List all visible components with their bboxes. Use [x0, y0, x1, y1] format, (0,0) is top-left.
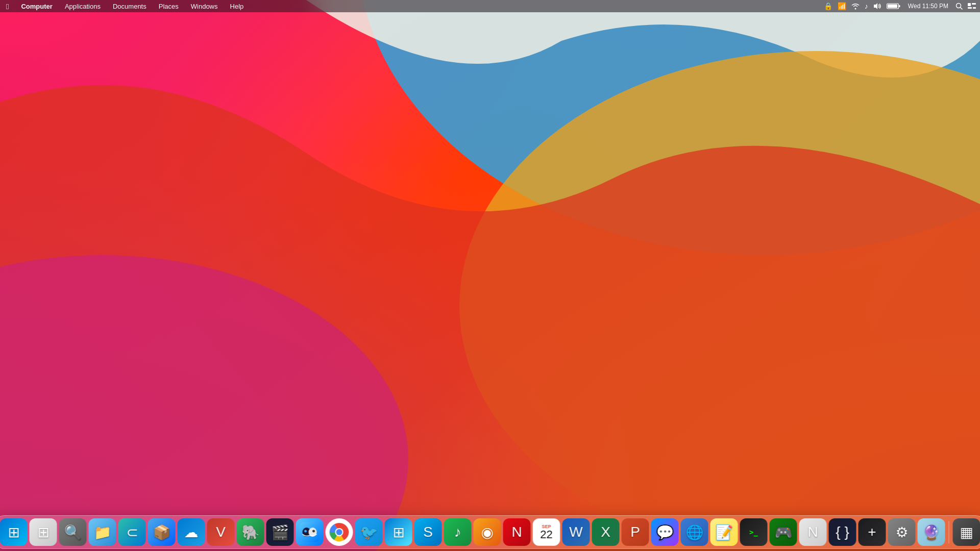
- dock-icon-chrome[interactable]: [326, 518, 353, 546]
- dock-icon-excel[interactable]: X: [592, 518, 620, 546]
- dock-separator: [949, 521, 949, 543]
- wifi-icon[interactable]: [851, 3, 860, 10]
- dock-icon-terminal[interactable]: >_: [740, 518, 768, 546]
- dock-icon-glass[interactable]: 🔮: [918, 518, 945, 546]
- wallpaper: [0, 0, 980, 551]
- dock-icon-evernote[interactable]: 🐘: [237, 518, 264, 546]
- dock-icon-files[interactable]: 📁: [89, 518, 116, 546]
- dock-icon-vividplayer[interactable]: V: [207, 518, 235, 546]
- dock-icon-notes[interactable]: 📝: [710, 518, 738, 546]
- dock-icon-msstore[interactable]: ⊞: [385, 518, 412, 546]
- svg-rect-12: [973, 7, 976, 9]
- control-center-icon[interactable]: [968, 3, 976, 10]
- menu-help[interactable]: Help: [228, 2, 246, 11]
- dock-icon-systemprefs[interactable]: ⚙: [888, 518, 916, 546]
- dock-icon-dropbox[interactable]: 📦: [148, 518, 176, 546]
- dock-icon-unknown[interactable]: ▦: [953, 518, 981, 546]
- volume-icon[interactable]: [873, 3, 881, 10]
- svg-point-17: [312, 530, 315, 533]
- search-icon[interactable]: [955, 3, 963, 10]
- dock-icon-claquette[interactable]: 🎬: [266, 518, 294, 546]
- menu-computer[interactable]: Computer: [19, 2, 54, 11]
- dock: ⊞⊞🔍📁⊂📦☁V🐘🎬 🐦⊞S♪◉N: [0, 515, 980, 549]
- dock-icon-spotify[interactable]: ♪: [444, 518, 472, 546]
- dock-icon-word[interactable]: W: [562, 518, 590, 546]
- dock-icon-messenger[interactable]: 💬: [651, 518, 679, 546]
- svg-rect-11: [968, 7, 972, 9]
- battery-icon[interactable]: [887, 3, 901, 10]
- dock-icon-spotlight[interactable]: 🔍: [59, 518, 87, 546]
- svg-point-20: [336, 529, 342, 535]
- dock-icon-newsbar[interactable]: N: [799, 518, 827, 546]
- dock-icon-edge[interactable]: ⊂: [118, 518, 146, 546]
- apple-menu[interactable]: : [4, 1, 11, 12]
- dock-icon-powerpoint[interactable]: P: [622, 518, 649, 546]
- dock-icon-onedrive[interactable]: ☁: [178, 518, 205, 546]
- dock-container: ⊞⊞🔍📁⊂📦☁V🐘🎬 🐦⊞S♪◉N: [0, 515, 980, 549]
- dock-icon-skype[interactable]: S: [414, 518, 442, 546]
- dock-icon-calculator[interactable]: +: [859, 518, 886, 546]
- music-icon[interactable]: ♪: [865, 2, 868, 10]
- svg-rect-5: [899, 5, 900, 7]
- datetime: Wed 11:50 PM: [906, 2, 950, 11]
- menubar:  Computer Applications Documents Places…: [0, 0, 980, 12]
- dock-icon-calendar[interactable]: SEP 22: [533, 518, 560, 546]
- svg-line-8: [961, 8, 963, 10]
- svg-rect-6: [888, 5, 897, 8]
- menubar-right: 🔒 📶 ♪ Wed 11:50 PM: [824, 2, 976, 11]
- dock-icon-browser2[interactable]: 🌐: [681, 518, 708, 546]
- menu-documents[interactable]: Documents: [111, 2, 149, 11]
- svg-marker-3: [874, 3, 877, 9]
- dock-icon-duet[interactable]: ◉: [474, 518, 501, 546]
- dock-icon-netflix[interactable]: N: [503, 518, 531, 546]
- bluetooth-icon[interactable]: 📶: [838, 2, 846, 10]
- svg-rect-9: [968, 3, 971, 6]
- svg-rect-10: [972, 3, 976, 5]
- dock-icon-windows[interactable]: ⊞: [0, 518, 28, 546]
- menu-windows[interactable]: Windows: [189, 2, 220, 11]
- dock-icon-launchpad[interactable]: ⊞: [30, 518, 57, 546]
- dock-icon-codeshot[interactable]: { }: [829, 518, 856, 546]
- svg-point-16: [304, 530, 307, 533]
- dock-icon-xbox[interactable]: 🎮: [770, 518, 797, 546]
- dock-icon-twitter[interactable]: 🐦: [355, 518, 383, 546]
- menubar-left:  Computer Applications Documents Places…: [4, 1, 824, 12]
- menu-applications[interactable]: Applications: [63, 2, 103, 11]
- lock-icon[interactable]: 🔒: [824, 2, 832, 10]
- menu-places[interactable]: Places: [157, 2, 181, 11]
- dock-icon-finder[interactable]: [296, 518, 324, 546]
